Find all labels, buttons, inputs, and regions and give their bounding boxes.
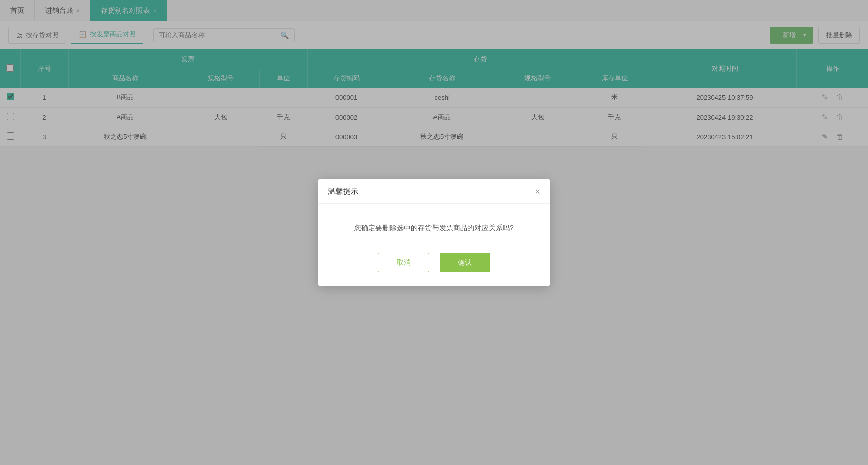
dialog-confirm-button[interactable]: 确认 bbox=[440, 253, 490, 272]
dialog-title: 温馨提示 bbox=[328, 187, 358, 196]
confirm-dialog: 温馨提示 × 您确定要删除选中的存货与发票商品的对应关系吗? 取消 确认 bbox=[318, 179, 550, 286]
dialog-body: 您确定要删除选中的存货与发票商品的对应关系吗? bbox=[318, 204, 550, 247]
dialog-cancel-button[interactable]: 取消 bbox=[378, 253, 429, 272]
dialog-footer: 取消 确认 bbox=[318, 248, 550, 286]
dialog-message: 您确定要删除选中的存货与发票商品的对应关系吗? bbox=[354, 224, 514, 232]
dialog-close-button[interactable]: × bbox=[535, 187, 540, 196]
dialog-header: 温馨提示 × bbox=[318, 179, 550, 204]
modal-overlay: 温馨提示 × 您确定要删除选中的存货与发票商品的对应关系吗? 取消 确认 bbox=[0, 0, 868, 465]
